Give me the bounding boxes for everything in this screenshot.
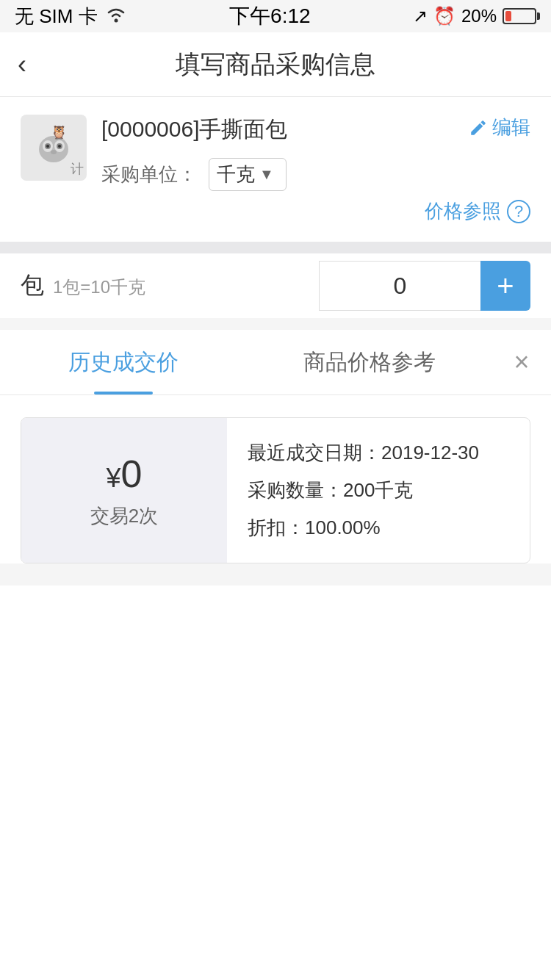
battery-icon [503,8,536,24]
location-icon: ↗ [413,6,428,26]
battery-percent: 20% [461,6,497,26]
svg-point-8 [51,150,57,154]
status-right: ↗ ⏰ 20% [413,6,536,26]
help-icon[interactable]: ? [507,200,530,223]
product-thumbnail: 🦉 计 [21,115,87,181]
sim-signal-text: 无 SIM 卡 [15,4,98,29]
price-ref-button[interactable]: 价格参照 [425,198,501,224]
unit-value: 千克 [217,162,255,187]
quantity-label-area: 包 1包=10千克 [21,270,145,302]
time-display: 下午6:12 [229,2,311,30]
quantity-unit: 包 [21,270,44,302]
transaction-count: 交易2次 [90,503,158,529]
svg-point-0 [114,18,118,22]
tabs-header: 历史成交价 商品价格参考 × [0,330,551,395]
product-name: [0000006]手撕面包 [101,115,469,145]
page-title: 填写商品采购信息 [176,48,375,82]
product-info: 🦉 计 [0000006]手撕面包 采购单位： 千克 ▼ [21,115,469,191]
transaction-price: ¥0 [107,452,143,496]
unit-dropdown[interactable]: 千克 ▼ [209,158,287,191]
quantity-section: 包 1包=10千克 + [0,253,551,318]
currency-symbol: ¥ [107,463,121,493]
product-details: [0000006]手撕面包 采购单位： 千克 ▼ [101,115,469,191]
dropdown-arrow-icon: ▼ [259,166,274,183]
edit-button[interactable]: 编辑 [469,115,530,140]
quantity-unit-desc: 1包=10千克 [53,275,145,299]
purchase-quantity-label: 采购数量： [248,479,343,501]
transaction-details-area: 最近成交日期：2019-12-30 采购数量：200千克 折扣：100.00% [227,418,530,563]
discount-value: 100.00% [305,516,381,538]
tab-price-reference-label: 商品价格参考 [303,347,436,378]
tab-active-indicator [94,392,153,394]
quantity-plus-button[interactable]: + [480,261,530,311]
transaction-card: ¥0 交易2次 最近成交日期：2019-12-30 采购数量：200千克 折扣：… [21,417,530,563]
edit-label: 编辑 [492,115,530,140]
svg-point-6 [46,145,49,148]
tabs-container: 历史成交价 商品价格参考 × ¥0 交易2次 最近成交日期：2019-12-30… [0,330,551,563]
quantity-input[interactable] [319,261,480,311]
wifi-icon [105,5,127,28]
alarm-icon: ⏰ [433,6,455,26]
recent-date-label: 最近成交日期： [248,442,381,464]
purchase-quantity-row: 采购数量：200千克 [248,478,509,503]
status-left: 无 SIM 卡 [15,4,127,29]
recent-date-value: 2019-12-30 [381,442,479,464]
tab-price-reference[interactable]: 商品价格参考 [246,330,492,394]
main-content-area [0,586,551,980]
product-unit-row: 采购单位： 千克 ▼ [101,158,469,191]
price-value: 0 [121,453,143,495]
tab-history-price-label: 历史成交价 [68,347,179,378]
tab-history-price[interactable]: 历史成交价 [0,330,246,394]
purchase-quantity-value: 200千克 [343,479,413,501]
transaction-price-area: ¥0 交易2次 [21,418,227,563]
product-section: 🦉 计 [0000006]手撕面包 采购单位： 千克 ▼ 编辑 [0,97,551,242]
unit-label: 采购单位： [101,162,197,187]
recent-date-row: 最近成交日期：2019-12-30 [248,440,509,466]
svg-text:🦉: 🦉 [51,126,68,140]
tab-close-button[interactable]: × [492,330,551,394]
quantity-input-area: + [319,261,530,311]
discount-row: 折扣：100.00% [248,515,509,541]
page-header: ‹ 填写商品采购信息 [0,32,551,97]
discount-label: 折扣： [248,516,305,538]
edit-icon [469,118,488,137]
section-divider [0,242,551,253]
status-bar: 无 SIM 卡 下午6:12 ↗ ⏰ 20% [0,0,551,32]
svg-point-7 [58,145,61,148]
back-button[interactable]: ‹ [18,49,26,80]
price-ref-row: 价格参照 ? [21,198,530,224]
